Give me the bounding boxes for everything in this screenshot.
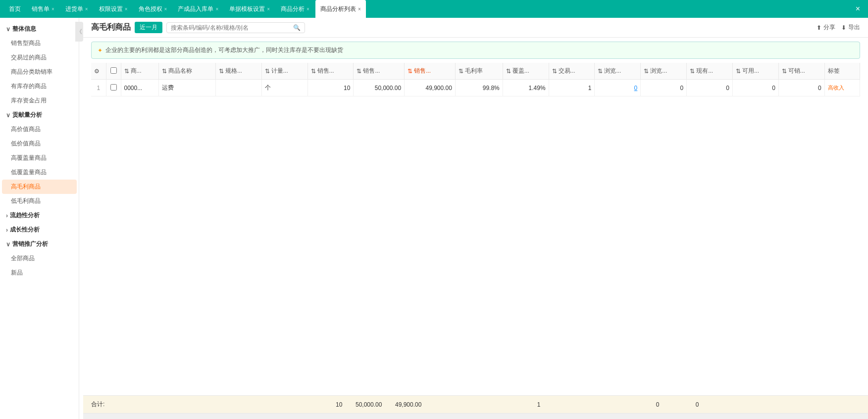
nav-template-label: 单据模板设置 xyxy=(229,5,265,13)
sidebar-group-marketing[interactable]: ∨ 营销推广分析 xyxy=(0,237,79,251)
table-container[interactable]: ⚙ ⇅商... ⇅商品名称 ⇅规格... xyxy=(83,63,868,395)
nav-role[interactable]: 角色授权 × xyxy=(134,0,172,18)
sidebar-item-category-rate[interactable]: 商品分类助销率 xyxy=(0,65,79,79)
select-all-checkbox[interactable] xyxy=(110,67,117,74)
footer-coverage xyxy=(464,401,504,408)
th-sales2[interactable]: ⇅销售... xyxy=(354,63,405,80)
export-icon: ⬇ xyxy=(841,24,846,31)
th-tag[interactable]: 标签 xyxy=(824,63,860,80)
horizontal-scrollbar[interactable] xyxy=(83,413,868,419)
period-button[interactable]: 近一月 xyxy=(135,22,162,33)
nav-analysis-list[interactable]: 商品分析列表 × xyxy=(315,0,366,18)
sidebar-item-low-coverage[interactable]: 低覆盖量商品 xyxy=(0,165,79,180)
nav-sales[interactable]: 销售单 × xyxy=(27,0,59,18)
th-spec[interactable]: ⇅规格... xyxy=(215,63,261,80)
sidebar-item-high-coverage[interactable]: 高覆盖量商品 xyxy=(0,151,79,165)
nav-role-close[interactable]: × xyxy=(164,6,167,12)
sidebar-item-in-stock[interactable]: 有库存的商品 xyxy=(0,79,79,93)
sidebar-group-contribution[interactable]: ∨ 贡献量分析 xyxy=(0,108,79,122)
nav-purchase-close[interactable]: × xyxy=(85,6,88,12)
nav-template-close[interactable]: × xyxy=(267,6,270,12)
nav-product-in[interactable]: 产成品入库单 × xyxy=(173,0,223,18)
sort-icon-sales2: ⇅ xyxy=(357,68,361,75)
sidebar-group-growth[interactable]: › 成长性分析 xyxy=(0,223,79,237)
td-stock3: 0 xyxy=(778,80,824,96)
nav-analysis[interactable]: 商品分析 × xyxy=(276,0,314,18)
nav-sales-close[interactable]: × xyxy=(51,6,54,12)
sidebar-group-growth-label: 成长性分析 xyxy=(10,226,40,234)
sidebar: ∨ 整体信息 销售型商品 交易过的商品 商品分类助销率 有库存的商品 库存资金占… xyxy=(0,18,79,419)
footer-stock2: 0 xyxy=(662,401,702,408)
nav-analysis-close[interactable]: × xyxy=(306,6,309,12)
th-browse2[interactable]: ⇅浏览... xyxy=(641,63,687,80)
nav-product-in-label: 产成品入库单 xyxy=(178,5,213,13)
sidebar-item-sales-products[interactable]: 销售型商品 xyxy=(0,36,79,50)
footer-stock1: 0 xyxy=(622,401,662,408)
footer-trade: 1 xyxy=(504,401,543,408)
td-checkbox[interactable] xyxy=(106,80,121,96)
th-code[interactable]: ⇅商... xyxy=(121,63,159,80)
th-coverage[interactable]: ⇅覆盖... xyxy=(503,63,549,80)
nav-permission-close[interactable]: × xyxy=(125,6,128,12)
collapse-icon: 《 xyxy=(76,28,82,36)
sidebar-item-new-products[interactable]: 新品 xyxy=(0,266,79,280)
nav-analysis-list-close[interactable]: × xyxy=(358,6,361,12)
nav-purchase[interactable]: 进货单 × xyxy=(60,0,93,18)
sidebar-group-flow[interactable]: › 流趋性分析 xyxy=(0,208,79,223)
window-close-button[interactable]: × xyxy=(852,4,864,13)
sidebar-item-stock-fund[interactable]: 库存资金占用 xyxy=(0,93,79,108)
nav-template[interactable]: 单据模板设置 × xyxy=(224,0,275,18)
footer-browse1 xyxy=(543,401,583,408)
th-sales1[interactable]: ⇅销售... xyxy=(307,63,354,80)
sidebar-item-high-gross[interactable]: 高毛利商品 xyxy=(2,180,77,194)
th-name[interactable]: ⇅商品名称 xyxy=(159,63,215,80)
sort-icon-stock3: ⇅ xyxy=(782,68,787,75)
footer-total: 合计: 10 50,000.00 49,900.00 1 0 0 xyxy=(83,395,868,413)
sidebar-item-traded-products[interactable]: 交易过的商品 xyxy=(0,50,79,65)
sidebar-item-low-value[interactable]: 低价值商品 xyxy=(0,137,79,151)
td-stock2: 0 xyxy=(732,80,778,96)
sort-icon-stock2: ⇅ xyxy=(736,68,741,75)
th-browse1[interactable]: ⇅浏览... xyxy=(595,63,641,80)
th-unit[interactable]: ⇅计量... xyxy=(261,63,307,80)
td-sales1: 10 xyxy=(307,80,354,96)
th-sales3[interactable]: ⇅销售... xyxy=(405,63,456,80)
td-sales3: 49,900.00 xyxy=(405,80,456,96)
th-trade[interactable]: ⇅交易... xyxy=(549,63,595,80)
nav-permission[interactable]: 权限设置 × xyxy=(94,0,133,18)
info-banner-text: 企业的主要的利润都是这部分商品创造的，可考虑加大推广，同时关注库存是不要出现缺货 xyxy=(105,46,343,54)
export-label: 导出 xyxy=(848,23,860,32)
footer-browse2 xyxy=(583,401,622,408)
sort-icon-stock1: ⇅ xyxy=(690,68,695,75)
share-button[interactable]: ⬆ 分享 xyxy=(817,23,835,32)
search-icon[interactable]: 🔍 xyxy=(293,24,301,31)
row-checkbox[interactable] xyxy=(110,84,117,91)
th-stock1[interactable]: ⇅现有... xyxy=(687,63,733,80)
sort-icon-spec: ⇅ xyxy=(219,68,224,75)
arrow-icon-3: › xyxy=(6,212,8,219)
th-gross-rate[interactable]: ⇅毛利率 xyxy=(455,63,503,80)
th-stock3[interactable]: ⇅可销... xyxy=(778,63,824,80)
nav-home[interactable]: 首页 xyxy=(4,0,26,18)
search-input[interactable] xyxy=(171,24,291,31)
td-coverage: 1.49% xyxy=(503,80,549,96)
sidebar-collapse-button[interactable]: 《 xyxy=(75,22,83,42)
sidebar-item-low-gross[interactable]: 低毛利商品 xyxy=(0,194,79,208)
th-stock2[interactable]: ⇅可用... xyxy=(732,63,778,80)
footer-unit xyxy=(266,401,306,408)
top-navigation: 首页 销售单 × 进货单 × 权限设置 × 角色授权 × 产成品入库单 × 单据… xyxy=(0,0,868,18)
nav-product-in-close[interactable]: × xyxy=(215,6,218,12)
arrow-icon: ∨ xyxy=(6,26,10,33)
th-checkbox[interactable] xyxy=(106,63,121,80)
content-header: 高毛利商品 近一月 🔍 ⬆ 分享 ⬇ 导出 xyxy=(83,18,868,38)
nav-analysis-label: 商品分析 xyxy=(281,5,305,13)
export-button[interactable]: ⬇ 导出 xyxy=(841,23,860,32)
td-index: 1 xyxy=(91,80,106,96)
sidebar-group-overall[interactable]: ∨ 整体信息 xyxy=(0,22,79,36)
sidebar-item-all-products[interactable]: 全部商品 xyxy=(0,251,79,266)
sidebar-item-high-value[interactable]: 高价值商品 xyxy=(0,122,79,137)
info-banner: ✦ 企业的主要的利润都是这部分商品创造的，可考虑加大推广，同时关注库存是不要出现… xyxy=(91,42,860,59)
sort-icon-sales3: ⇅ xyxy=(408,68,412,75)
th-settings[interactable]: ⚙ xyxy=(91,63,106,80)
td-browse1[interactable]: 0 xyxy=(595,80,641,96)
